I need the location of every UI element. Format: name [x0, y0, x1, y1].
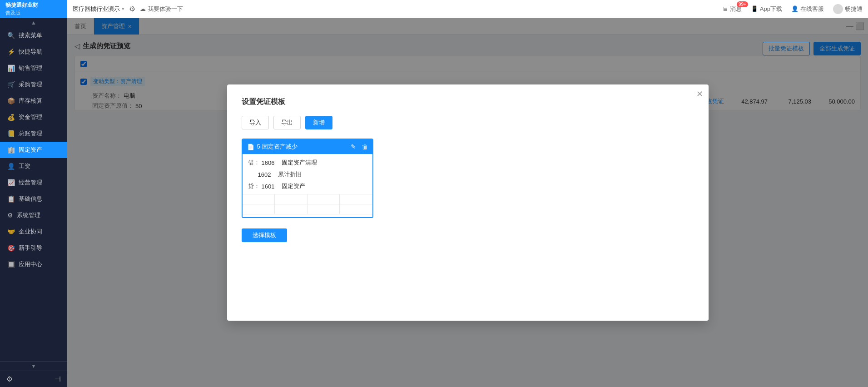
- messages-badge: 99+: [737, 1, 748, 7]
- operations-icon: 📈: [7, 179, 15, 186]
- sidebar-item-funds[interactable]: 💰 资金管理: [0, 109, 67, 125]
- app-name: 畅捷通好业财: [5, 1, 62, 9]
- settings-bottom-icon[interactable]: ⚙: [6, 375, 13, 383]
- select-template-btn[interactable]: 选择模板: [242, 228, 287, 242]
- template-entry-2: 1602 累计折旧: [243, 169, 372, 180]
- sidebar-item-ledger[interactable]: 📒 总账管理: [0, 125, 67, 142]
- message-icon: 🖥: [722, 5, 728, 12]
- company-selector[interactable]: 医疗器械行业演示 ▾: [73, 5, 124, 13]
- template-delete-icon[interactable]: 🗑: [362, 143, 368, 150]
- search-icon: 🔍: [7, 32, 15, 39]
- messages-btn[interactable]: 🖥 消息 99+: [722, 5, 742, 13]
- settings-icon[interactable]: ⚙: [129, 5, 135, 13]
- sidebar-item-operations[interactable]: 📈 经营管理: [0, 174, 67, 191]
- sidebar-item-system[interactable]: ⚙ 系统管理: [0, 207, 67, 223]
- sidebar: ▲ 🔍 搜索菜单 ⚡ 快捷导航 📊 销售管理 🛒 采购管理 📦 库存核: [0, 18, 67, 387]
- app-center-icon: 🔲: [7, 261, 15, 268]
- download-icon: 📱: [751, 5, 758, 12]
- dialog-title: 设置凭证模板: [242, 97, 694, 107]
- experience-btn[interactable]: ☁ 我要体验一下: [140, 5, 183, 13]
- user-btn[interactable]: 畅捷通: [833, 4, 863, 14]
- template-doc-icon: 📄: [247, 144, 254, 150]
- template-entry-3: 贷： 1601 固定资产: [243, 180, 372, 192]
- sidebar-item-payroll[interactable]: 👤 工资: [0, 158, 67, 174]
- sidebar-item-basic-info[interactable]: 📋 基础信息: [0, 191, 67, 207]
- template-card: 📄 5-固定资产减少 ✎ 🗑 借： 1606 固定资产清理: [242, 139, 373, 218]
- fixed-assets-icon: 🏢: [7, 146, 15, 154]
- template-entry-1: 借： 1606 固定资产清理: [243, 157, 372, 169]
- system-icon: ⚙: [7, 212, 13, 219]
- sidebar-item-inventory[interactable]: 📦 库存核算: [0, 93, 67, 109]
- app-download-btn[interactable]: 📱 App下载: [751, 5, 782, 13]
- sidebar-item-sales[interactable]: 📊 销售管理: [0, 60, 67, 76]
- company-name: 医疗器械行业演示: [73, 5, 120, 13]
- dialog: ✕ 设置凭证模板 导入 导出 新增 📄 5-固定资产减少 ✎: [227, 84, 709, 321]
- guide-icon: 🎯: [7, 244, 15, 252]
- service-icon: 👤: [791, 5, 799, 12]
- sidebar-scroll-down[interactable]: ▼: [0, 361, 67, 371]
- company-dropdown-icon: ▾: [122, 6, 124, 12]
- sidebar-item-fixed-assets[interactable]: 🏢 固定资产: [0, 142, 67, 158]
- new-btn[interactable]: 新增: [305, 116, 332, 129]
- sidebar-item-search[interactable]: 🔍 搜索菜单: [0, 27, 67, 44]
- sidebar-item-guide[interactable]: 🎯 新手引导: [0, 240, 67, 256]
- basic-info-icon: 📋: [7, 195, 15, 203]
- template-card-body: 借： 1606 固定资产清理 1602 累计折旧 贷：: [243, 154, 372, 217]
- quicknav-icon: ⚡: [7, 48, 15, 55]
- dialog-close-btn[interactable]: ✕: [696, 90, 703, 98]
- ledger-icon: 📒: [7, 130, 15, 137]
- avatar: [833, 4, 843, 14]
- template-card-header: 📄 5-固定资产减少 ✎ 🗑: [243, 139, 372, 154]
- logo-area: 畅捷通好业财 普及版: [0, 0, 67, 18]
- export-btn[interactable]: 导出: [273, 116, 301, 129]
- template-title: 5-固定资产减少: [257, 143, 298, 151]
- payroll-icon: 👤: [7, 163, 15, 170]
- inventory-icon: 📦: [7, 97, 15, 104]
- cloud-icon: ☁: [140, 5, 146, 12]
- funds-icon: 💰: [7, 114, 15, 121]
- enterprise-icon: 🤝: [7, 228, 15, 235]
- sales-icon: 📊: [7, 64, 15, 72]
- template-edit-icon[interactable]: ✎: [351, 143, 356, 150]
- collapse-sidebar-icon[interactable]: ⊣: [55, 375, 61, 383]
- purchase-icon: 🛒: [7, 81, 15, 88]
- app-version: 普及版: [5, 10, 62, 16]
- import-btn[interactable]: 导入: [242, 116, 269, 129]
- online-service-btn[interactable]: 👤 在线客服: [791, 5, 824, 13]
- sidebar-item-app-center[interactable]: 🔲 应用中心: [0, 256, 67, 273]
- sidebar-item-quicknav[interactable]: ⚡ 快捷导航: [0, 44, 67, 60]
- sidebar-item-enterprise[interactable]: 🤝 企业协同: [0, 223, 67, 240]
- sidebar-scroll-up[interactable]: ▲: [0, 18, 67, 27]
- sidebar-item-purchase[interactable]: 🛒 采购管理: [0, 76, 67, 93]
- dialog-overlay: ✕ 设置凭证模板 导入 导出 新增 📄 5-固定资产减少 ✎: [67, 18, 868, 387]
